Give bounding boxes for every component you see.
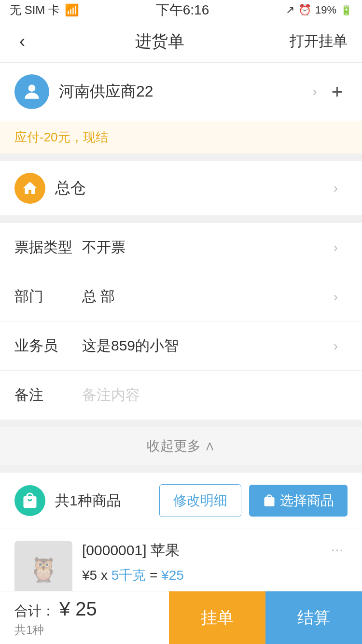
price-value: ¥5 — [82, 568, 97, 583]
owl-icon: 🦉 — [28, 556, 58, 584]
status-time: 下午6:16 — [156, 1, 209, 19]
warehouse-row[interactable]: 总仓 › — [0, 161, 362, 215]
alarm-icon: ⏰ — [298, 4, 311, 16]
open-hang-button[interactable]: 打开挂单 — [290, 31, 348, 51]
status-left: 无 SIM 卡 📶 — [10, 2, 79, 18]
checkout-button[interactable]: 结算 — [265, 591, 362, 644]
products-icon-wrap — [14, 485, 45, 516]
edit-details-button[interactable]: 修改明细 — [159, 484, 241, 517]
warehouse-icon-wrap — [14, 173, 45, 204]
invoice-chevron-icon: › — [334, 240, 338, 255]
page-title: 进货单 — [135, 30, 184, 53]
select-product-button[interactable]: 选择商品 — [249, 485, 348, 517]
bag-icon — [21, 492, 39, 509]
hang-button[interactable]: 挂单 — [169, 591, 265, 644]
products-section: 共1种商品 修改明细 选择商品 🦉 [0000001] 苹果 ¥5 — [0, 473, 362, 610]
status-bar: 无 SIM 卡 📶 下午6:16 ↗ ⏰ 19% 🔋 — [0, 0, 362, 20]
total-value: ¥25 — [161, 568, 184, 583]
products-count: 共1种商品 — [55, 491, 159, 511]
warehouse-icon — [21, 180, 39, 197]
form-section: 票据类型 不开票 › 部门 总 部 › 业务员 这是859的小智 › 备注 备注… — [0, 223, 362, 420]
bottom-bar: 合计： ¥ 25 共1种 挂单 结算 — [0, 591, 362, 644]
warehouse-chevron-icon: › — [334, 181, 338, 196]
collapse-label: 收起更多 ∧ — [147, 437, 216, 455]
price-separator: x — [101, 568, 111, 583]
cart-icon — [263, 494, 276, 507]
supplier-name: 河南供应商22 — [59, 81, 312, 102]
total-section: 合计： ¥ 25 共1种 — [0, 598, 169, 638]
quantity-value: 5千克 — [111, 568, 146, 583]
salesman-row[interactable]: 业务员 这是859的小智 › — [0, 322, 362, 371]
product-more-button[interactable]: ··· — [327, 541, 348, 559]
back-button[interactable]: ‹ — [14, 27, 30, 56]
collapse-button[interactable]: 收起更多 ∧ — [0, 427, 362, 465]
total-count: 共1种 — [14, 622, 154, 638]
main-content: 河南供应商22 › + 应付-20元，现结 总仓 › 票据类型 不开票 › 部门… — [0, 63, 362, 644]
product-thumbnail: 🦉 — [14, 541, 72, 599]
carrier-label: 无 SIM 卡 — [10, 2, 60, 18]
supplier-section: 河南供应商22 › + 应付-20元，现结 — [0, 63, 362, 154]
warehouse-section[interactable]: 总仓 › — [0, 161, 362, 215]
location-icon: ↗ — [286, 4, 294, 16]
salesman-chevron-icon: › — [334, 338, 338, 354]
total-amount: 合计： ¥ 25 — [14, 598, 154, 620]
product-code: [0000001] — [82, 542, 146, 558]
supplier-notice: 应付-20元，现结 — [0, 121, 362, 154]
product-info: [0000001] 苹果 ¥5 x 5千克 = ¥25 — [82, 541, 327, 585]
remark-row[interactable]: 备注 备注内容 — [0, 371, 362, 420]
department-chevron-icon: › — [334, 289, 338, 305]
department-value: 总 部 — [82, 287, 334, 307]
supplier-row[interactable]: 河南供应商22 › + — [0, 63, 362, 121]
nav-bar: ‹ 进货单 打开挂单 — [0, 20, 362, 63]
product-title: 苹果 — [151, 542, 180, 558]
svg-point-0 — [28, 84, 36, 92]
person-icon — [21, 81, 42, 102]
product-price: ¥5 x 5千克 = ¥25 — [82, 566, 327, 585]
supplier-avatar — [14, 74, 49, 109]
department-row[interactable]: 部门 总 部 › — [0, 272, 362, 322]
wifi-icon: 📶 — [65, 3, 79, 17]
department-label: 部门 — [14, 287, 82, 307]
salesman-value: 这是859的小智 — [82, 336, 334, 356]
total-number: ¥ 25 — [59, 598, 97, 619]
remark-label: 备注 — [14, 385, 82, 405]
total-label: 合计： — [14, 603, 55, 618]
remark-input[interactable]: 备注内容 — [82, 385, 348, 405]
equals-sign: = — [150, 568, 161, 583]
add-button[interactable]: + — [327, 81, 348, 103]
warehouse-name: 总仓 — [55, 178, 334, 199]
battery-icon: 🔋 — [340, 4, 352, 16]
salesman-label: 业务员 — [14, 336, 82, 356]
invoice-type-row[interactable]: 票据类型 不开票 › — [0, 223, 362, 272]
products-header: 共1种商品 修改明细 选择商品 — [0, 473, 362, 529]
invoice-type-value: 不开票 — [82, 238, 334, 257]
chevron-right-icon: › — [312, 84, 317, 99]
select-product-label: 选择商品 — [280, 491, 334, 510]
product-name: [0000001] 苹果 — [82, 541, 327, 560]
battery-label: 19% — [315, 4, 336, 16]
status-right: ↗ ⏰ 19% 🔋 — [286, 4, 352, 16]
invoice-type-label: 票据类型 — [14, 238, 82, 257]
